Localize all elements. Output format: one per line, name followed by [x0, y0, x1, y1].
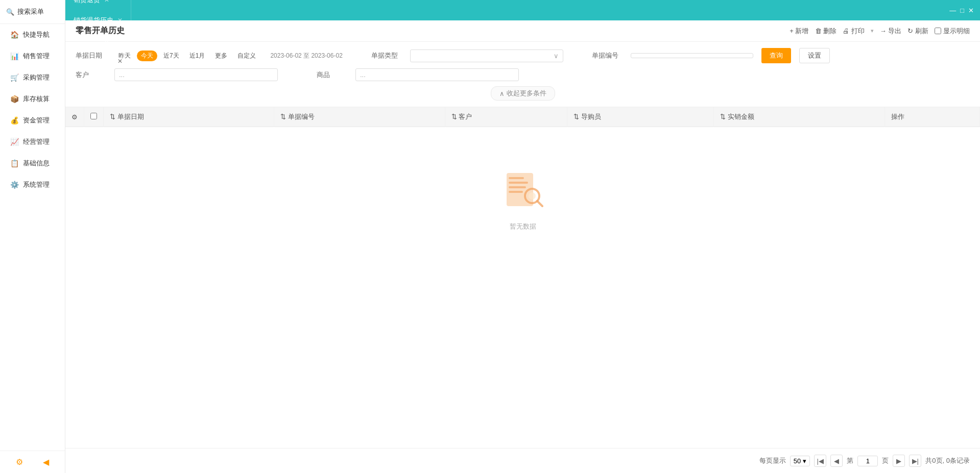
date-opt-今天[interactable]: 今天 — [137, 51, 157, 61]
th-number[interactable]: ⇅ 单据编号 — [274, 107, 445, 127]
goods-input[interactable]: ... — [355, 68, 519, 81]
empty-text: 暂无数据 — [510, 222, 536, 231]
customer-input[interactable]: ... — [114, 68, 278, 81]
settings-icon[interactable]: ⚙ — [16, 457, 23, 467]
empty-state: 暂无数据 — [65, 127, 980, 272]
date-label: 单据日期 — [76, 51, 106, 60]
export-button[interactable]: → 导出 — [880, 27, 902, 36]
window-close[interactable]: ✕ — [968, 7, 974, 14]
svg-point-7 — [529, 192, 536, 200]
th-action: 操作 — [885, 107, 979, 127]
type-arrow: ∨ — [554, 52, 559, 60]
sidebar-item-inventory[interactable]: 📦库存核算 — [0, 88, 65, 110]
page-word: 第 — [847, 456, 853, 465]
goods-placeholder: ... — [360, 71, 366, 79]
page-size-select[interactable]: 50 ▾ — [790, 456, 810, 466]
th-amount[interactable]: ⇅ 实销金额 — [714, 107, 885, 127]
delete-button[interactable]: 🗑 删除 — [815, 27, 837, 36]
collapse-up-icon: ∧ — [499, 90, 505, 97]
tab-close-sales-return-history[interactable]: ✕ — [117, 17, 123, 24]
query-button[interactable]: 查询 — [761, 48, 791, 63]
sidebar-icon-system: ⚙️ — [10, 180, 19, 189]
sidebar-item-quick-nav[interactable]: 🏠快捷导航 — [0, 24, 65, 45]
sidebar-item-sales-mgmt[interactable]: 📊销售管理 — [0, 45, 65, 67]
per-page-label: 每页显示 — [759, 456, 786, 465]
date-opt-近1月[interactable]: 近1月 — [185, 51, 209, 61]
collapse-button[interactable]: ∧ 收起更多条件 — [491, 86, 555, 101]
next-page-button[interactable]: ▶ — [893, 455, 905, 467]
sidebar-label-purchase-mgmt: 采购管理 — [23, 73, 50, 82]
window-maximize[interactable]: □ — [960, 7, 964, 14]
data-table: ⚙⇅ 单据日期⇅ 单据编号⇅ 客户⇅ 导购员⇅ 实销金额操作 — [65, 107, 980, 127]
pagination: 每页显示 50 ▾ |◀ ◀ 第 页 ▶ ▶| 共0页, 0条记录 — [65, 448, 980, 473]
search-icon: 🔍 — [6, 8, 14, 16]
sidebar-item-finance[interactable]: 💰资金管理 — [0, 110, 65, 131]
collapse-label: 收起更多条件 — [507, 89, 546, 98]
gear-icon[interactable]: ⚙ — [71, 113, 78, 121]
date-options: 昨天今天近7天近1月更多自定义 — [114, 51, 260, 61]
tab-close-sales-return[interactable]: ✕ — [104, 0, 109, 4]
th-check — [84, 107, 104, 127]
type-select[interactable]: ∨ — [410, 49, 563, 62]
th-customer[interactable]: ⇅ 客户 — [445, 107, 567, 127]
refresh-button[interactable]: ↻ 刷新 — [907, 27, 928, 36]
table-area: ⚙⇅ 单据日期⇅ 单据编号⇅ 客户⇅ 导购员⇅ 实销金额操作 — [65, 107, 980, 448]
sidebar-icon-finance: 💰 — [10, 116, 19, 125]
sidebar-bottom: ⚙ ◀ — [0, 451, 65, 473]
sidebar-label-sales-mgmt: 销售管理 — [23, 52, 50, 61]
sidebar-label-system: 系统管理 — [23, 180, 50, 189]
show-detail-toggle[interactable]: 显示明细 — [935, 27, 970, 36]
page-size-value: 50 — [794, 457, 801, 465]
print-arrow[interactable]: ▾ — [871, 28, 874, 34]
filter-row-1: 单据日期 昨天今天近7天近1月更多自定义 2023-06-02 至 2023-0… — [76, 48, 970, 63]
print-button[interactable]: 🖨 打印 — [843, 27, 865, 36]
tab-close-retail-open-history[interactable]: ✕ — [117, 58, 123, 65]
tab-sales-return[interactable]: 销货退货✕ — [65, 0, 131, 10]
goods-label: 商品 — [317, 70, 347, 80]
tab-bar-right: — □ ✕ — [949, 7, 980, 14]
customer-label: 客户 — [76, 70, 106, 80]
sidebar-item-purchase-mgmt[interactable]: 🛒采购管理 — [0, 67, 65, 88]
show-detail-label: 显示明细 — [943, 27, 970, 36]
collapse-row: ∧ 收起更多条件 — [76, 86, 970, 101]
sidebar-search[interactable]: 🔍 搜索采单 — [0, 0, 65, 24]
date-range: 2023-06-02 至 2023-06-02 — [270, 52, 342, 60]
number-label: 单据编号 — [592, 51, 623, 60]
sidebar-icon-sales-mgmt: 📊 — [10, 52, 19, 61]
content-area: 零售开单历史 + 新增 🗑 删除 🖨 打印 ▾ → 导出 ↻ 刷新 显示明细 单… — [65, 20, 980, 473]
prev-page-button[interactable]: ◀ — [830, 455, 843, 467]
page-header: 零售开单历史 + 新增 🗑 删除 🖨 打印 ▾ → 导出 ↻ 刷新 显示明细 — [65, 20, 980, 42]
col-sort-icon-customer: ⇅ — [451, 113, 457, 120]
first-page-button[interactable]: |◀ — [814, 455, 826, 467]
date-opt-自定义[interactable]: 自定义 — [233, 51, 260, 61]
window-minimize[interactable]: — — [949, 7, 956, 14]
sidebar-icon-inventory: 📦 — [10, 94, 19, 104]
select-all-checkbox[interactable] — [90, 113, 97, 119]
sidebar-icon-quick-nav: 🏠 — [10, 30, 19, 39]
type-label: 单据类型 — [371, 51, 402, 60]
sidebar-item-operations[interactable]: 📈经营管理 — [0, 131, 65, 153]
sidebar-search-label: 搜索采单 — [17, 7, 44, 16]
tab-close-retail-open[interactable]: ✕ — [104, 37, 109, 44]
collapse-icon[interactable]: ◀ — [43, 457, 49, 467]
date-opt-近7天[interactable]: 近7天 — [159, 51, 183, 61]
table-header: ⚙⇅ 单据日期⇅ 单据编号⇅ 客户⇅ 导购员⇅ 实销金额操作 — [65, 107, 980, 127]
tab-bar: 首页销售订单✕销货退货✕销货退货历史✕零售开单✕零售开单历史✕ — □ ✕ — [65, 0, 980, 20]
sidebar-label-inventory: 库存核算 — [23, 94, 50, 104]
sidebar: 🔍 搜索采单 🏠快捷导航📊销售管理🛒采购管理📦库存核算💰资金管理📈经营管理📋基础… — [0, 0, 65, 473]
sidebar-item-system[interactable]: ⚙️系统管理 — [0, 174, 65, 195]
svg-rect-1 — [509, 177, 524, 179]
date-opt-更多[interactable]: 更多 — [211, 51, 231, 61]
svg-rect-2 — [509, 182, 528, 184]
number-input[interactable] — [631, 53, 753, 58]
add-button[interactable]: + 新增 — [790, 27, 808, 36]
page-input[interactable] — [857, 456, 878, 466]
sidebar-item-basic-info[interactable]: 📋基础信息 — [0, 153, 65, 174]
th-date[interactable]: ⇅ 单据日期 — [104, 107, 274, 127]
show-detail-checkbox-input[interactable] — [935, 28, 941, 34]
setting-button[interactable]: 设置 — [799, 48, 830, 63]
last-page-button[interactable]: ▶| — [909, 455, 921, 467]
tab-label-sales-return: 销货退货 — [74, 0, 100, 5]
th-guide[interactable]: ⇅ 导购员 — [567, 107, 714, 127]
page-label: 页 — [882, 456, 889, 465]
